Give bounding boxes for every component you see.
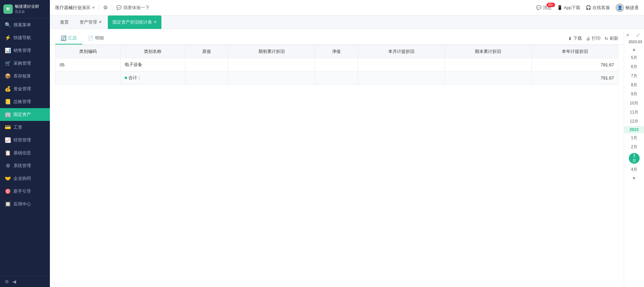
table-header-row: 类别编码 类别名称 原值 期初累计折旧 净值 本月计提折旧 期末累计折旧 本年计… <box>56 45 618 58</box>
guide-icon: 🎯 <box>5 188 11 194</box>
sidebar-item-quicknav[interactable]: ⚡ 快捷导航 <box>0 31 50 44</box>
col-name: 类别名称 <box>120 45 185 58</box>
user-btn[interactable]: 👤 畅捷通 <box>615 3 639 12</box>
print-btn[interactable]: 🖨 打印 <box>586 35 601 41</box>
user-avatar: 👤 <box>615 3 624 12</box>
total-period-end <box>445 71 532 85</box>
download-icon: ⬇ <box>568 36 572 41</box>
sidebar-item-ledger[interactable]: 📒 总账管理 <box>0 95 50 108</box>
month-item-5[interactable]: 5月 <box>624 53 644 62</box>
detail-icon: 📄 <box>88 35 93 41</box>
sidebar-item-inventory[interactable]: 📦 库存核算 <box>0 70 50 83</box>
download-btn[interactable]: ⬇ 下载 <box>568 35 582 41</box>
topbar-right: 💬 消息 99+ 📱 App下载 🎧 在线客服 👤 畅捷通 <box>536 3 639 12</box>
refresh-btn[interactable]: ↻ 刷新 <box>605 35 618 41</box>
month-item-4[interactable]: 4月 <box>624 165 644 174</box>
table-wrap: 类别编码 类别名称 原值 期初累计折旧 净值 本月计提折旧 期末累计折旧 本年计… <box>50 45 624 287</box>
year-item-2023[interactable]: 2023 <box>624 126 644 133</box>
topbar-settings-icon[interactable]: ⚙ <box>103 4 108 11</box>
panel-close-icon[interactable]: ✕ <box>624 32 633 38</box>
nav-down-btn[interactable]: ▼ <box>624 174 644 182</box>
row-original <box>185 58 228 71</box>
subtab-detail[interactable]: 📄 明细 <box>82 32 109 44</box>
topbar-divider <box>99 4 99 11</box>
month-item-9[interactable]: 9月 <box>624 90 644 99</box>
row-net <box>315 58 358 71</box>
message-btn[interactable]: 💬 消息 99+ <box>536 5 552 11</box>
sidebar-item-apps[interactable]: 🔲 应用中心 <box>0 198 50 211</box>
settings-icon[interactable]: ⚙ <box>5 279 9 284</box>
service-icon: 🎧 <box>586 5 591 10</box>
tab-home[interactable]: 首页 <box>55 15 73 29</box>
month-item-6[interactable]: 6月 <box>624 62 644 71</box>
quicknav-icon: ⚡ <box>5 35 11 41</box>
month-item-12[interactable]: 12月 <box>624 117 644 126</box>
funds-icon: 💰 <box>5 86 11 92</box>
sidebar-logo: 财 畅捷通好业财 普及版 <box>0 0 50 19</box>
sidebar-item-guide[interactable]: 🎯 新手引导 <box>0 185 50 198</box>
topbar-divider2 <box>112 4 112 11</box>
collapse-icon[interactable]: ◀ <box>12 279 16 284</box>
month-item-3[interactable]: 3月 <box>629 153 640 164</box>
experience-btn[interactable]: 💬 我要体验一下 <box>116 5 150 11</box>
app-logo-icon: 财 <box>3 4 13 14</box>
sidebar-item-label-search: 搜索菜单 <box>13 22 31 28</box>
subtab-summary[interactable]: 🔄 汇总 <box>55 32 82 44</box>
tab-assets-close[interactable]: ✕ <box>99 20 102 24</box>
apps-icon: 🔲 <box>5 201 11 207</box>
row-year-dep: 791.67 <box>531 58 618 71</box>
tab-depreciation[interactable]: 固定资产折旧统计表 ✕ <box>108 15 161 29</box>
month-item-11[interactable]: 11月 <box>624 108 644 117</box>
total-period-start <box>228 71 315 85</box>
content-main: 🔄 汇总 📄 明细 ⬇ 下载 🖨 打印 <box>50 29 624 287</box>
sidebar-item-basic[interactable]: 📋 基础信息 <box>0 147 50 159</box>
summary-icon: 🔄 <box>61 35 66 41</box>
panel-expand-icon[interactable]: ⤢ <box>633 32 643 38</box>
sidebar-item-cooperation[interactable]: 🤝 企业协同 <box>0 172 50 185</box>
purchase-icon: 🛒 <box>5 60 11 66</box>
month-item-8[interactable]: 8月 <box>624 81 644 90</box>
table-total-row: ■合计： 791.67 <box>56 71 618 85</box>
month-item-2[interactable]: 2月 <box>624 142 644 152</box>
tab-depreciation-close[interactable]: ✕ <box>154 20 157 24</box>
main-area: 医疗器械行业演示 ▾ ⚙ 💬 我要体验一下 💬 消息 99+ 📱 App下载 🎧… <box>50 0 644 287</box>
total-month-dep <box>358 71 445 85</box>
sidebar-item-management[interactable]: 📈 经营管理 <box>0 134 50 147</box>
sidebar-item-label-basic: 基础信息 <box>13 150 31 156</box>
sidebar-item-label-system: 系统管理 <box>13 163 31 169</box>
sidebar-item-search[interactable]: 🔍 搜索菜单 <box>0 19 50 31</box>
salary-icon: 💳 <box>5 124 11 130</box>
sidebar-item-label-purchase: 采购管理 <box>13 60 31 66</box>
sidebar-item-fixed[interactable]: 🏢 固定资产 <box>0 108 50 121</box>
month-item-10[interactable]: 10月 <box>624 99 644 108</box>
col-original: 原值 <box>185 45 228 58</box>
app-label: App下载 <box>564 5 580 11</box>
nav-up-btn[interactable]: ▲ <box>624 45 644 53</box>
sidebar-item-label-quicknav: 快捷导航 <box>13 35 31 41</box>
total-net <box>315 71 358 85</box>
month-item-7[interactable]: 7月 <box>624 71 644 81</box>
app-download-btn[interactable]: 📱 App下载 <box>557 5 580 11</box>
chevron-down-icon: ▾ <box>92 5 95 10</box>
tabbar: 首页 资产管理 ✕ 固定资产折旧统计表 ✕ <box>50 15 644 29</box>
month-item-1[interactable]: 1月 <box>624 133 644 142</box>
basic-icon: 📋 <box>5 150 11 156</box>
right-panel: ✕ ⤢ 2023.03 ▲ 5月 6月 7月 8月 9月 10月 11月 12月… <box>624 29 644 287</box>
sidebar-item-label-salary: 工资 <box>13 124 22 130</box>
tab-depreciation-label: 固定资产折旧统计表 <box>113 19 152 25</box>
sidebar-item-purchase[interactable]: 🛒 采购管理 <box>0 57 50 70</box>
subtab-summary-label: 汇总 <box>68 35 77 41</box>
system-icon: ⚙ <box>5 163 11 169</box>
app-name: 畅捷通好业财 <box>15 4 39 9</box>
app-icon: 📱 <box>557 5 562 10</box>
total-label: ■合计： <box>120 71 185 85</box>
sidebar-item-funds[interactable]: 💰 资金管理 <box>0 83 50 95</box>
col-period-end: 期末累计折旧 <box>445 45 532 58</box>
sidebar-item-system[interactable]: ⚙ 系统管理 <box>0 159 50 172</box>
sidebar-item-sales[interactable]: 📊 销售管理 <box>0 44 50 57</box>
col-code: 类别编码 <box>56 45 121 58</box>
sidebar-item-salary[interactable]: 💳 工资 <box>0 121 50 134</box>
service-btn[interactable]: 🎧 在线客服 <box>586 5 610 11</box>
tab-assets[interactable]: 资产管理 ✕ <box>75 15 106 29</box>
company-selector[interactable]: 医疗器械行业演示 ▾ <box>55 5 95 11</box>
